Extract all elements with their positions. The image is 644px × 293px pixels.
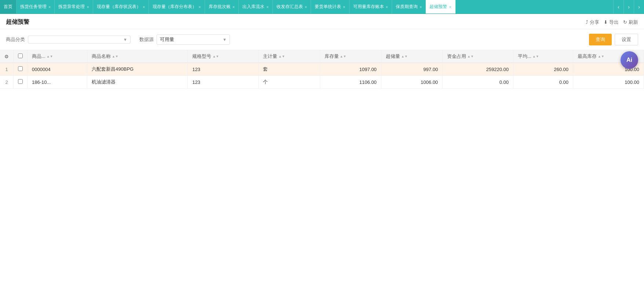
sort-icon: ▲▼: [401, 55, 408, 58]
sort-icon: ▲▼: [598, 55, 604, 58]
refresh-button[interactable]: ↻ 刷新: [623, 19, 638, 26]
close-icon[interactable]: ×: [198, 5, 201, 9]
cell-stock: 1097.00: [320, 63, 381, 76]
th-product-name[interactable]: 商品名称 ▲▼: [87, 50, 188, 63]
sort-icon: ▲▼: [47, 55, 53, 58]
nav-next-button[interactable]: ›: [623, 0, 634, 14]
th-settings: ⚙: [0, 50, 14, 63]
datasource-label: 数据源: [139, 36, 154, 43]
nav-tab-quality[interactable]: 保质期查询 ×: [392, 0, 426, 14]
nav-tab-task[interactable]: 拣货任务管理 ×: [17, 0, 55, 14]
th-checkbox: [14, 50, 28, 63]
th-stock[interactable]: 库存量 ▲▼: [320, 50, 381, 63]
nav-tab-batch[interactable]: 库存批次账 ×: [205, 0, 239, 14]
row-checkbox[interactable]: [18, 79, 23, 84]
nav-tab-requisition[interactable]: 要货单统计表 ×: [311, 0, 349, 14]
row-number: 2: [0, 76, 14, 89]
table-row: 2 186-10... 机油滤清器 123 个 1106.00 1006.00 …: [0, 76, 644, 89]
gear-icon[interactable]: ⚙: [4, 54, 9, 59]
page-title: 超储预警: [6, 18, 29, 26]
close-icon[interactable]: ×: [420, 5, 422, 9]
close-icon[interactable]: ×: [343, 5, 345, 9]
close-icon[interactable]: ×: [449, 5, 451, 9]
table-area: ⚙ 商品... ▲▼ 商品名称 ▲▼: [0, 50, 644, 89]
cell-unit: 套: [259, 63, 320, 76]
cell-avg: 0.00: [513, 76, 573, 89]
sort-icon: ▲▼: [467, 55, 474, 58]
share-icon: ⤴: [586, 19, 588, 25]
cell-stock: 1106.00: [320, 76, 381, 89]
nav-tab-home[interactable]: 首页: [0, 0, 17, 14]
nav-tab-available[interactable]: 可用量库存账本 ×: [350, 0, 392, 14]
close-icon[interactable]: ×: [48, 5, 51, 9]
header-actions: ⤴ 分享 ⬇ 导出 ↻ 刷新: [586, 19, 638, 26]
cell-spec: 123: [188, 63, 259, 76]
cell-overstock: 997.00: [381, 63, 442, 76]
refresh-icon: ↻: [623, 19, 627, 25]
category-select[interactable]: ▼: [28, 36, 131, 44]
cell-product-name: 机油滤清器: [87, 76, 188, 89]
nav-tab-exception[interactable]: 拣货异常处理 ×: [55, 0, 93, 14]
cell-unit: 个: [259, 76, 320, 89]
nav-tab-overstock[interactable]: 超储预警 ×: [426, 0, 455, 14]
datasource-select[interactable]: 可用量 ▼: [157, 34, 230, 45]
th-avg[interactable]: 平均... ▲▼: [513, 50, 573, 63]
share-button[interactable]: ⤴ 分享: [586, 19, 599, 26]
datasource-filter: 数据源 可用量 ▼: [139, 34, 230, 45]
filter-area: 商品分类 ▼ 数据源 可用量 ▼ 查询 设置: [0, 29, 644, 50]
top-navigation: 首页 拣货任务管理 × 拣货异常处理 × 现存量（库存状况表） × 现存量（库存…: [0, 0, 644, 14]
filter-buttons: 查询 设置: [589, 34, 638, 45]
nav-tab-inventory-status[interactable]: 现存量（库存状况表） ×: [93, 0, 149, 14]
cell-spec: 123: [188, 76, 259, 89]
cell-product-name: 六配套新昌490BPG: [87, 63, 188, 76]
cell-capital: 259220.00: [443, 63, 513, 76]
export-icon: ⬇: [604, 19, 608, 25]
table-header-row: ⚙ 商品... ▲▼ 商品名称 ▲▼: [0, 50, 644, 63]
category-filter: 商品分类 ▼: [6, 36, 131, 44]
nav-tab-inventory-dist[interactable]: 现存量（库存分布表） ×: [149, 0, 205, 14]
data-table: ⚙ 商品... ▲▼ 商品名称 ▲▼: [0, 50, 644, 89]
th-spec[interactable]: 规格型号 ▲▼: [188, 50, 259, 63]
cell-product-code: 186-10...: [28, 76, 87, 89]
nav-more-button[interactable]: ›: [634, 0, 644, 14]
th-product-code[interactable]: 商品... ▲▼: [28, 50, 87, 63]
row-checkbox-cell: [14, 76, 28, 89]
close-icon[interactable]: ×: [87, 5, 89, 9]
query-button[interactable]: 查询: [589, 34, 612, 45]
sort-icon: ▲▼: [278, 55, 285, 58]
export-button[interactable]: ⬇ 导出: [604, 19, 619, 26]
cell-avg: 260.00: [513, 63, 573, 76]
cell-capital: 0.00: [443, 76, 513, 89]
row-number: 1: [0, 63, 14, 76]
table-row: 1 0000004 六配套新昌490BPG 123 套 1097.00 997.…: [0, 63, 644, 76]
cell-overstock: 1006.00: [381, 76, 442, 89]
page-header: 超储预警 ⤴ 分享 ⬇ 导出 ↻ 刷新: [0, 14, 644, 29]
close-icon[interactable]: ×: [266, 5, 268, 9]
sort-icon: ▲▼: [212, 55, 219, 58]
sort-icon: ▲▼: [533, 55, 539, 58]
sort-icon: ▲▼: [340, 55, 347, 58]
chevron-down-icon: ▼: [223, 37, 227, 42]
cell-max-stock: 100.00: [573, 76, 644, 89]
close-icon[interactable]: ×: [386, 5, 388, 9]
th-overstock[interactable]: 超储量 ▲▼: [381, 50, 442, 63]
cell-product-code: 0000004: [28, 63, 87, 76]
close-icon[interactable]: ×: [305, 5, 307, 9]
category-label: 商品分类: [6, 36, 25, 43]
close-icon[interactable]: ×: [233, 5, 235, 9]
datasource-select-value: 可用量: [160, 36, 174, 43]
settings-button[interactable]: 设置: [615, 34, 638, 45]
select-all-checkbox[interactable]: [18, 53, 23, 58]
close-icon[interactable]: ×: [143, 5, 145, 9]
row-checkbox[interactable]: [18, 66, 23, 71]
nav-tab-flow[interactable]: 出入库流水 ×: [239, 0, 272, 14]
nav-prev-button[interactable]: ‹: [613, 0, 623, 14]
ai-assistant-button[interactable]: Ai: [621, 51, 638, 69]
th-capital[interactable]: 资金占用 ▲▼: [443, 50, 513, 63]
sort-icon: ▲▼: [112, 55, 118, 58]
row-checkbox-cell: [14, 63, 28, 76]
chevron-down-icon: ▼: [123, 37, 127, 42]
th-unit[interactable]: 主计量 ▲▼: [259, 50, 320, 63]
nav-tab-summary[interactable]: 收发存汇总表 ×: [273, 0, 311, 14]
nav-arrows: ‹ › ›: [613, 0, 644, 14]
